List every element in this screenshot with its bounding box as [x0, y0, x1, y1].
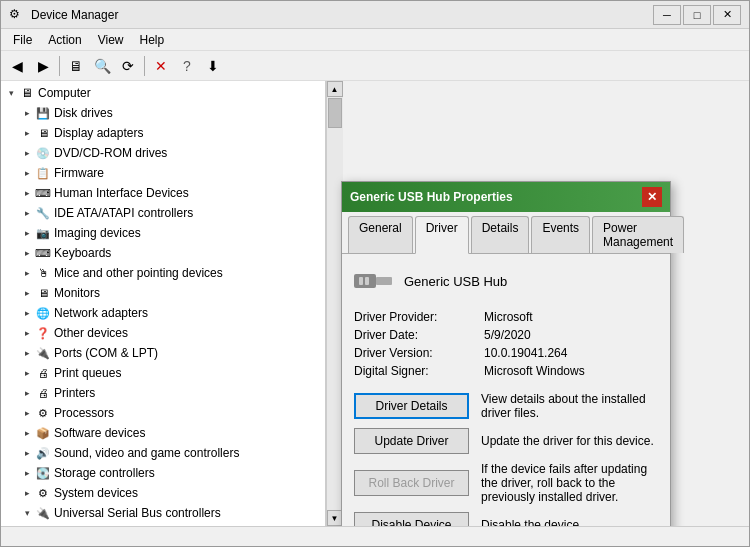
label-ide: IDE ATA/ATAPI controllers: [54, 206, 193, 220]
close-button[interactable]: ✕: [713, 5, 741, 25]
toggle-other[interactable]: ▸: [19, 325, 35, 341]
back-button[interactable]: ◀: [5, 54, 29, 78]
icon-hid: ⌨: [35, 185, 51, 201]
tab-events[interactable]: Events: [531, 216, 590, 253]
toggle-firmware[interactable]: ▸: [19, 165, 35, 181]
toggle-network[interactable]: ▸: [19, 305, 35, 321]
search-button[interactable]: 🔍: [90, 54, 114, 78]
computer-button[interactable]: 🖥: [64, 54, 88, 78]
label-monitors: Monitors: [54, 286, 100, 300]
icon-mice: 🖱: [35, 265, 51, 281]
tree-item-firmware[interactable]: ▸ 📋 Firmware: [1, 163, 325, 183]
help-button[interactable]: ?: [175, 54, 199, 78]
tab-general[interactable]: General: [348, 216, 413, 253]
toggle-print-queues[interactable]: ▸: [19, 365, 35, 381]
label-print-queues: Print queues: [54, 366, 121, 380]
tree-item-display[interactable]: ▸ 🖥 Display adapters: [1, 123, 325, 143]
toggle-computer[interactable]: ▾: [3, 85, 19, 101]
label-display: Display adapters: [54, 126, 143, 140]
icon-ports: 🔌: [35, 345, 51, 361]
toggle-storage[interactable]: ▸: [19, 465, 35, 481]
tree-item-network[interactable]: ▸ 🌐 Network adapters: [1, 303, 325, 323]
icon-usb: 🔌: [35, 505, 51, 521]
toggle-hid[interactable]: ▸: [19, 185, 35, 201]
dialog-close-button[interactable]: ✕: [642, 187, 662, 207]
maximize-button[interactable]: □: [683, 5, 711, 25]
digital-signer-value: Microsoft Windows: [484, 364, 658, 378]
update-button[interactable]: ⬇: [201, 54, 225, 78]
tree-item-system[interactable]: ▸ ⚙ System devices: [1, 483, 325, 503]
device-icon: [354, 266, 394, 296]
tree-item-mice[interactable]: ▸ 🖱 Mice and other pointing devices: [1, 263, 325, 283]
tree-item-other[interactable]: ▸ ❓ Other devices: [1, 323, 325, 343]
tab-details[interactable]: Details: [471, 216, 530, 253]
tree-item-imaging[interactable]: ▸ 📷 Imaging devices: [1, 223, 325, 243]
menu-action[interactable]: Action: [40, 31, 89, 49]
tree-item-ports[interactable]: ▸ 🔌 Ports (COM & LPT): [1, 343, 325, 363]
refresh-button[interactable]: ⟳: [116, 54, 140, 78]
toggle-printers[interactable]: ▸: [19, 385, 35, 401]
label-firmware: Firmware: [54, 166, 104, 180]
toggle-display[interactable]: ▸: [19, 125, 35, 141]
toggle-software[interactable]: ▸: [19, 425, 35, 441]
toggle-keyboards[interactable]: ▸: [19, 245, 35, 261]
driver-details-desc: View details about the installed driver …: [481, 392, 658, 420]
tree-item-keyboards[interactable]: ▸ ⌨ Keyboards: [1, 243, 325, 263]
tree-item-sound[interactable]: ▸ 🔊 Sound, video and game controllers: [1, 443, 325, 463]
menu-help[interactable]: Help: [132, 31, 173, 49]
driver-details-button[interactable]: Driver Details: [354, 393, 469, 419]
toggle-imaging[interactable]: ▸: [19, 225, 35, 241]
toggle-usb[interactable]: ▾: [19, 505, 35, 521]
minimize-button[interactable]: ─: [653, 5, 681, 25]
menu-file[interactable]: File: [5, 31, 40, 49]
label-printers: Printers: [54, 386, 95, 400]
tree-scrollbar[interactable]: ▲ ▼: [326, 81, 342, 526]
dialog-generic-usb-hub: Generic USB Hub Properties ✕ General Dri…: [341, 181, 671, 526]
icon-processors: ⚙: [35, 405, 51, 421]
toggle-monitors[interactable]: ▸: [19, 285, 35, 301]
toggle-sound[interactable]: ▸: [19, 445, 35, 461]
tree-item-computer[interactable]: ▾ 🖥 Computer: [1, 83, 325, 103]
scroll-thumb[interactable]: [328, 98, 342, 128]
rollback-driver-button[interactable]: Roll Back Driver: [354, 470, 469, 496]
forward-button[interactable]: ▶: [31, 54, 55, 78]
toggle-ports[interactable]: ▸: [19, 345, 35, 361]
toggle-processors[interactable]: ▸: [19, 405, 35, 421]
disable-device-desc: Disable the device.: [481, 518, 658, 526]
tree-item-processors[interactable]: ▸ ⚙ Processors: [1, 403, 325, 423]
update-driver-button[interactable]: Update Driver: [354, 428, 469, 454]
tree-item-software[interactable]: ▸ 📦 Software devices: [1, 423, 325, 443]
menu-view[interactable]: View: [90, 31, 132, 49]
scroll-up-arrow[interactable]: ▲: [327, 81, 343, 97]
toggle-disk[interactable]: ▸: [19, 105, 35, 121]
tree-item-dvd[interactable]: ▸ 💿 DVD/CD-ROM drives: [1, 143, 325, 163]
disable-device-button[interactable]: Disable Device: [354, 512, 469, 526]
tree-item-printers[interactable]: ▸ 🖨 Printers: [1, 383, 325, 403]
btn-row-disable: Disable Device Disable the device.: [354, 512, 658, 526]
toggle-system[interactable]: ▸: [19, 485, 35, 501]
toggle-ide[interactable]: ▸: [19, 205, 35, 221]
tree-item-storage[interactable]: ▸ 💽 Storage controllers: [1, 463, 325, 483]
toggle-mice[interactable]: ▸: [19, 265, 35, 281]
tree-item-monitors[interactable]: ▸ 🖥 Monitors: [1, 283, 325, 303]
label-disk: Disk drives: [54, 106, 113, 120]
tree-item-print-queues[interactable]: ▸ 🖨 Print queues: [1, 363, 325, 383]
icon-other: ❓: [35, 325, 51, 341]
label-keyboards: Keyboards: [54, 246, 111, 260]
tree-item-disk[interactable]: ▸ 💾 Disk drives: [1, 103, 325, 123]
label-network: Network adapters: [54, 306, 148, 320]
tree-item-asmedia[interactable]: ▸ ⚙ ASMedia USB3.1 eXtensible Host Contr…: [1, 523, 325, 526]
tab-driver[interactable]: Driver: [415, 216, 469, 254]
tree-item-hid[interactable]: ▸ ⌨ Human Interface Devices: [1, 183, 325, 203]
tab-power-management[interactable]: Power Management: [592, 216, 684, 253]
icon-printers: 🖨: [35, 385, 51, 401]
driver-date-value: 5/9/2020: [484, 328, 658, 342]
tree-item-usb[interactable]: ▾ 🔌 Universal Serial Bus controllers: [1, 503, 325, 523]
toggle-dvd[interactable]: ▸: [19, 145, 35, 161]
icon-monitors: 🖥: [35, 285, 51, 301]
tree-item-ide[interactable]: ▸ 🔧 IDE ATA/ATAPI controllers: [1, 203, 325, 223]
remove-button[interactable]: ✕: [149, 54, 173, 78]
toolbar: ◀ ▶ 🖥 🔍 ⟳ ✕ ? ⬇: [1, 51, 749, 81]
icon-system: ⚙: [35, 485, 51, 501]
svg-rect-2: [359, 277, 363, 285]
